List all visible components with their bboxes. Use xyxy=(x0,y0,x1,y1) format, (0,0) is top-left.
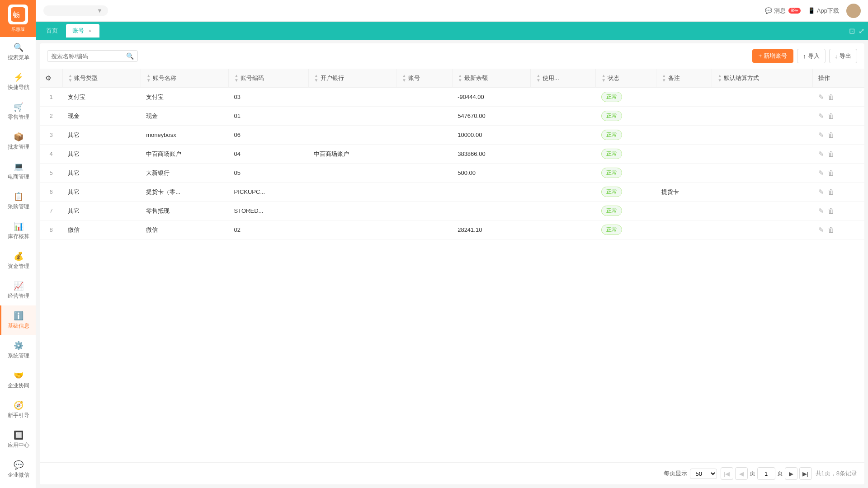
row-num: 6 xyxy=(40,183,62,202)
topbar-search-input[interactable] xyxy=(49,7,94,14)
sidebar-item-retail[interactable]: 🛒 零售管理 xyxy=(0,97,36,127)
user-avatar[interactable] xyxy=(846,4,861,18)
row-account xyxy=(396,221,452,239)
row-name: 大新银行 xyxy=(141,164,228,183)
table-row: 5 其它 大新银行 05 500.00 正常 ✎ 🗑 xyxy=(40,164,864,183)
col-account-header[interactable]: ▲▼ 账号 xyxy=(396,69,452,88)
edit-button[interactable]: ✎ xyxy=(818,188,824,196)
page-last-button[interactable]: ▶| xyxy=(799,467,812,480)
row-num: 2 xyxy=(40,107,62,126)
table-row: 7 其它 零售抵现 STORED... 正常 ✎ 🗑 xyxy=(40,202,864,221)
edit-button[interactable]: ✎ xyxy=(818,112,824,120)
sidebar-item-collab[interactable]: 🤝 企业协同 xyxy=(0,365,36,395)
row-balance: 10000.00 xyxy=(452,126,530,145)
sidebar-item-label: 搜索菜单 xyxy=(8,54,29,61)
row-status: 正常 xyxy=(596,202,656,221)
status-badge: 正常 xyxy=(601,111,622,121)
tab-close-icon[interactable]: × xyxy=(87,28,93,34)
col-remark-label: 备注 xyxy=(668,74,680,82)
sort-icon-bank: ▲▼ xyxy=(314,74,319,83)
sidebar-item-label: 批发管理 xyxy=(8,143,29,151)
row-type: 支付宝 xyxy=(62,88,141,107)
row-settle xyxy=(712,202,813,221)
page-label: 页 xyxy=(750,469,755,478)
page-next-button[interactable]: ▶ xyxy=(785,467,797,480)
export-button[interactable]: ↓ 导出 xyxy=(829,49,858,63)
delete-button[interactable]: 🗑 xyxy=(828,131,835,139)
sidebar-item-apps[interactable]: 🔲 应用中心 xyxy=(0,425,36,455)
sidebar-item-wechat[interactable]: 💬 企业微信 xyxy=(0,455,36,484)
edit-button[interactable]: ✎ xyxy=(818,131,824,139)
sidebar-item-search[interactable]: 🔍 搜索菜单 xyxy=(0,37,36,67)
basics-icon: ℹ️ xyxy=(14,311,24,321)
col-gear: ⚙ xyxy=(40,69,62,88)
col-type-header[interactable]: ▲▼ 账号类型 xyxy=(62,69,141,88)
delete-button[interactable]: 🗑 xyxy=(828,112,835,120)
col-usage-header[interactable]: ▲▼ 使用... xyxy=(530,69,595,88)
delete-button[interactable]: 🗑 xyxy=(828,207,835,215)
sidebar-item-system[interactable]: ⚙️ 系统管理 xyxy=(0,335,36,365)
sort-icon-type: ▲▼ xyxy=(68,74,73,83)
table-row: 8 微信 微信 02 28241.10 正常 ✎ 🗑 xyxy=(40,221,864,239)
row-balance: 28241.10 xyxy=(452,221,530,239)
tab-account[interactable]: 账号 × xyxy=(66,24,99,38)
row-type: 其它 xyxy=(62,126,141,145)
search-input[interactable] xyxy=(51,53,123,60)
sidebar-item-operations[interactable]: 📈 经营管理 xyxy=(0,276,36,305)
inventory-icon: 📊 xyxy=(14,221,24,231)
col-remark-header[interactable]: ▲▼ 备注 xyxy=(656,69,712,88)
import-button[interactable]: ↑ 导入 xyxy=(797,49,826,63)
page-prev-button[interactable]: ◀ xyxy=(735,467,748,480)
row-remark: 提货卡 xyxy=(656,183,712,202)
sidebar-item-member[interactable]: 👤 畅会员 xyxy=(0,484,36,488)
sidebar-logo: 畅 乐惠版 xyxy=(0,0,36,37)
search-nav-icon: 🔍 xyxy=(14,42,24,52)
sidebar-nav: 🔍 搜索菜单 ⚡ 快捷导航 🛒 零售管理 📦 批发管理 💻 电商管理 📋 采购管… xyxy=(0,37,36,488)
delete-button[interactable]: 🗑 xyxy=(828,188,835,196)
col-status-header[interactable]: ▲▼ 状态 xyxy=(596,69,656,88)
edit-button[interactable]: ✎ xyxy=(818,169,824,177)
page-first-button[interactable]: |◀ xyxy=(721,467,733,480)
col-default-settle-header[interactable]: ▲▼ 默认结算方式 xyxy=(712,69,813,88)
sidebar-item-purchase[interactable]: 📋 采购管理 xyxy=(0,186,36,216)
delete-button[interactable]: 🗑 xyxy=(828,226,835,234)
sidebar-item-guide[interactable]: 🧭 新手引导 xyxy=(0,395,36,425)
page-nav: |◀ ◀ 页 页 ▶ ▶| xyxy=(721,467,812,480)
app-download-button[interactable]: 📱 App下载 xyxy=(808,7,839,15)
page-size-select[interactable]: 50 20 100 xyxy=(690,469,717,479)
col-code-header[interactable]: ▲▼ 账号编码 xyxy=(229,69,309,88)
sort-icon-account: ▲▼ xyxy=(402,74,406,83)
sidebar-item-quick[interactable]: ⚡ 快捷导航 xyxy=(0,67,36,97)
col-balance-header[interactable]: ▲▼ 最新余额 xyxy=(452,69,530,88)
delete-button[interactable]: 🗑 xyxy=(828,150,835,158)
row-type: 其它 xyxy=(62,202,141,221)
row-usage xyxy=(530,202,595,221)
table-row: 3 其它 moneybosx 06 10000.00 正常 ✎ 🗑 xyxy=(40,126,864,145)
sidebar-item-basics[interactable]: ℹ️ 基础信息 xyxy=(0,305,36,335)
edit-button[interactable]: ✎ xyxy=(818,93,824,101)
sidebar-item-wholesale[interactable]: 📦 批发管理 xyxy=(0,127,36,156)
tab-bar-restore-icon[interactable]: ⊡ xyxy=(849,27,855,35)
retail-icon: 🛒 xyxy=(14,102,24,112)
row-type: 其它 xyxy=(62,183,141,202)
col-bank-header[interactable]: ▲▼ 开户银行 xyxy=(308,69,396,88)
delete-button[interactable]: 🗑 xyxy=(828,93,835,101)
edit-button[interactable]: ✎ xyxy=(818,150,824,158)
edit-button[interactable]: ✎ xyxy=(818,226,824,234)
sidebar-item-inventory[interactable]: 📊 库存核算 xyxy=(0,216,36,246)
tab-home[interactable]: 首页 xyxy=(40,24,64,38)
col-name-header[interactable]: ▲▼ 账号名称 xyxy=(141,69,228,88)
gear-settings-icon[interactable]: ⚙ xyxy=(45,74,51,82)
sidebar-item-finance[interactable]: 💰 资金管理 xyxy=(0,246,36,276)
delete-button[interactable]: 🗑 xyxy=(828,169,835,177)
row-account xyxy=(396,145,452,164)
edit-button[interactable]: ✎ xyxy=(818,207,824,215)
add-account-button[interactable]: + 新增账号 xyxy=(752,49,793,63)
status-badge: 正常 xyxy=(601,92,622,102)
sidebar-item-ecommerce[interactable]: 💻 电商管理 xyxy=(0,156,36,186)
tab-bar-expand-icon[interactable]: ⤢ xyxy=(859,27,864,35)
message-button[interactable]: 💬 消息 99+ xyxy=(765,7,801,15)
row-action: ✎ 🗑 xyxy=(813,126,864,145)
of-label: 页 xyxy=(777,469,783,478)
page-input[interactable] xyxy=(757,467,775,480)
